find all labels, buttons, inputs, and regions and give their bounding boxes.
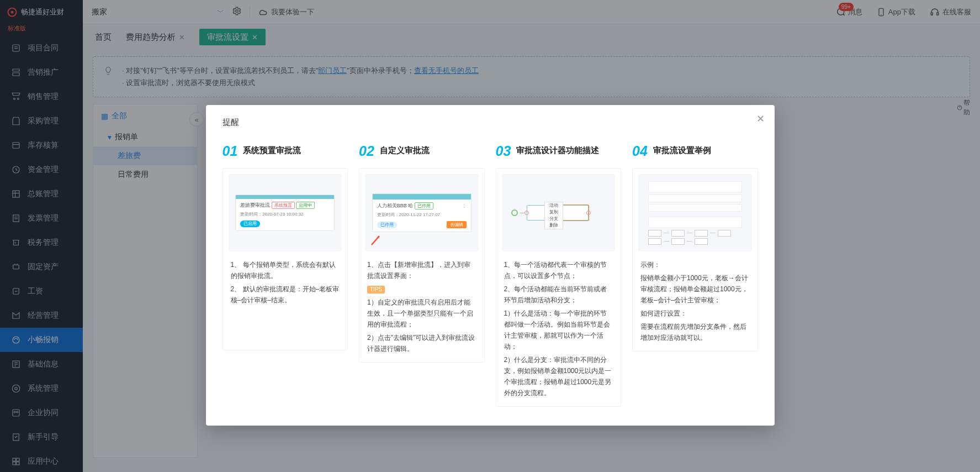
guide-card-1: 01系统预置审批流 差旅费审批流 系统预置 启用中 更新时间：2020-07-2… (223, 143, 348, 407)
guide-card-2: 02自定义审批流 人力相关BBB 哈 已停用 ⋮ 更新时间：2020-11-22… (359, 143, 485, 407)
guide-card-3: 03审批流设计器功能描述 活动 复制 分支 删除 (496, 143, 622, 407)
modal-dialog: 提醒 ✕ 01系统预置审批流 差旅费审批流 系统预置 启用中 更新时间：2020… (206, 105, 775, 426)
guide-thumb-1: 差旅费审批流 系统预置 启用中 更新时间：2020-07-23 10:00:32… (229, 174, 342, 251)
modal-title: 提醒 (223, 117, 758, 128)
guide-thumb-3: 活动 复制 分支 删除 (502, 174, 616, 251)
guide-thumb-2: 人力相关BBB 哈 已停用 ⋮ 更新时间：2020-11-22 17:27:07… (365, 174, 479, 251)
modal-close-button[interactable]: ✕ (756, 113, 765, 125)
close-icon: ✕ (756, 113, 765, 124)
guide-card-4: 04审批流设置举例 示例： (632, 143, 758, 407)
modal-cards: 01系统预置审批流 差旅费审批流 系统预置 启用中 更新时间：2020-07-2… (223, 143, 758, 407)
arrow-pointer-icon (370, 234, 383, 246)
guide-thumb-4 (638, 174, 752, 251)
modal-mask: 提醒 ✕ 01系统预置审批流 差旅费审批流 系统预置 启用中 更新时间：2020… (0, 0, 980, 472)
